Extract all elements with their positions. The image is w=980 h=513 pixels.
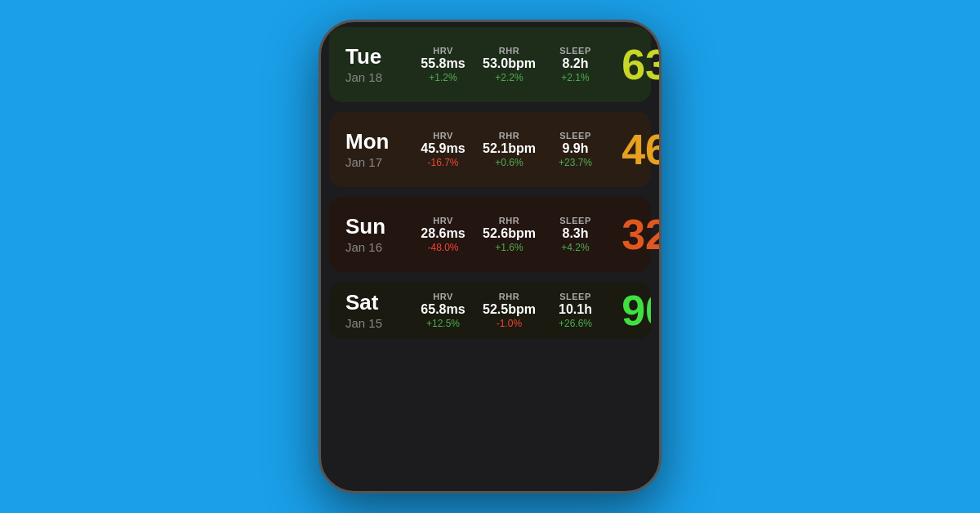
day-card-sat[interactable]: Sat Jan 15 HRV 65.8ms +12.5% RHR 52.5bpm… [329, 282, 651, 339]
sleep-label-tue: SLEEP [559, 46, 591, 56]
hrv-change-sat: +12.5% [426, 318, 460, 329]
day-info-sun: Sun Jan 16 [345, 215, 407, 254]
hrv-change-sun: -48.0% [427, 242, 458, 253]
day-name-mon: Mon [345, 130, 407, 154]
score-sat: 90 [612, 286, 651, 335]
day-name-sat: Sat [345, 291, 407, 314]
phone-frame: Tue Jan 18 HRV 55.8ms +1.2% RHR 53.0bpm … [318, 20, 662, 493]
metrics-tue: HRV 55.8ms +1.2% RHR 53.0bpm +2.2% SLEEP… [416, 46, 602, 83]
hrv-metric-mon: HRV 45.9ms -16.7% [416, 131, 470, 168]
sleep-change-sat: +26.6% [559, 318, 592, 329]
sleep-metric-mon: SLEEP 9.9h +23.7% [549, 131, 602, 168]
rhr-metric-tue: RHR 53.0bpm +2.2% [483, 46, 536, 83]
day-info-sat: Sat Jan 15 [345, 291, 407, 330]
day-card-sun[interactable]: Sun Jan 16 HRV 28.6ms -48.0% RHR 52.6bpm… [329, 197, 651, 272]
metrics-mon: HRV 45.9ms -16.7% RHR 52.1bpm +0.6% SLEE… [416, 131, 602, 168]
hrv-change-mon: -16.7% [427, 157, 458, 168]
score-sun: 32 [612, 210, 659, 259]
sleep-metric-tue: SLEEP 8.2h +2.1% [549, 46, 602, 83]
score-mon: 46 [612, 125, 659, 174]
hrv-label-sun: HRV [433, 216, 453, 225]
sleep-label-mon: SLEEP [559, 131, 591, 141]
rhr-value-sat: 52.5bpm [483, 302, 536, 317]
sleep-metric-sat: SLEEP 10.1h +26.6% [549, 292, 602, 329]
day-info-tue: Tue Jan 18 [345, 45, 407, 84]
rhr-metric-sat: RHR 52.5bpm -1.0% [483, 292, 536, 329]
rhr-change-tue: +2.2% [495, 72, 523, 83]
hrv-label-sat: HRV [433, 292, 453, 301]
rhr-label-tue: RHR [499, 46, 519, 56]
rhr-change-sun: +1.6% [495, 242, 523, 253]
sleep-value-sun: 8.3h [562, 226, 588, 241]
sleep-change-sun: +4.2% [561, 242, 589, 253]
rhr-value-tue: 53.0bpm [483, 56, 536, 71]
phone-inner: Tue Jan 18 HRV 55.8ms +1.2% RHR 53.0bpm … [321, 22, 659, 491]
sleep-change-mon: +23.7% [559, 157, 592, 168]
rhr-change-sat: -1.0% [497, 318, 522, 329]
rhr-label-mon: RHR [499, 131, 519, 141]
day-name-tue: Tue [345, 45, 407, 69]
hrv-value-mon: 45.9ms [421, 141, 465, 156]
rhr-label-sat: RHR [499, 292, 519, 301]
rhr-change-mon: +0.6% [495, 157, 523, 168]
day-card-mon[interactable]: Mon Jan 17 HRV 45.9ms -16.7% RHR 52.1bpm… [329, 112, 651, 187]
sleep-value-mon: 9.9h [562, 141, 588, 156]
day-date-sun: Jan 16 [345, 240, 407, 254]
hrv-label-mon: HRV [433, 131, 453, 141]
hrv-metric-sat: HRV 65.8ms +12.5% [416, 292, 470, 329]
day-name-sun: Sun [345, 215, 407, 239]
hrv-value-sun: 28.6ms [421, 226, 465, 241]
sleep-value-tue: 8.2h [562, 56, 588, 71]
hrv-metric-sun: HRV 28.6ms -48.0% [416, 216, 470, 253]
hrv-value-sat: 65.8ms [421, 302, 465, 317]
day-date-sat: Jan 15 [345, 316, 407, 330]
sleep-label-sun: SLEEP [559, 216, 591, 225]
sleep-label-sat: SLEEP [559, 292, 591, 301]
metrics-sun: HRV 28.6ms -48.0% RHR 52.6bpm +1.6% SLEE… [416, 216, 602, 253]
day-date-tue: Jan 18 [345, 70, 407, 84]
hrv-value-tue: 55.8ms [421, 56, 465, 71]
day-date-mon: Jan 17 [345, 155, 407, 169]
rhr-label-sun: RHR [499, 216, 519, 225]
hrv-change-tue: +1.2% [429, 72, 457, 83]
rhr-value-mon: 52.1bpm [483, 141, 536, 156]
rhr-metric-sun: RHR 52.6bpm +1.6% [483, 216, 536, 253]
day-info-mon: Mon Jan 17 [345, 130, 407, 169]
metrics-sat: HRV 65.8ms +12.5% RHR 52.5bpm -1.0% SLEE… [416, 292, 602, 329]
day-card-tue[interactable]: Tue Jan 18 HRV 55.8ms +1.2% RHR 53.0bpm … [329, 27, 651, 102]
sleep-metric-sun: SLEEP 8.3h +4.2% [549, 216, 602, 253]
hrv-metric-tue: HRV 55.8ms +1.2% [416, 46, 470, 83]
sleep-change-tue: +2.1% [561, 72, 589, 83]
rhr-value-sun: 52.6bpm [483, 226, 536, 241]
sleep-value-sat: 10.1h [559, 302, 592, 317]
hrv-label-tue: HRV [433, 46, 453, 56]
rhr-metric-mon: RHR 52.1bpm +0.6% [483, 131, 536, 168]
score-tue: 63 [612, 40, 659, 89]
